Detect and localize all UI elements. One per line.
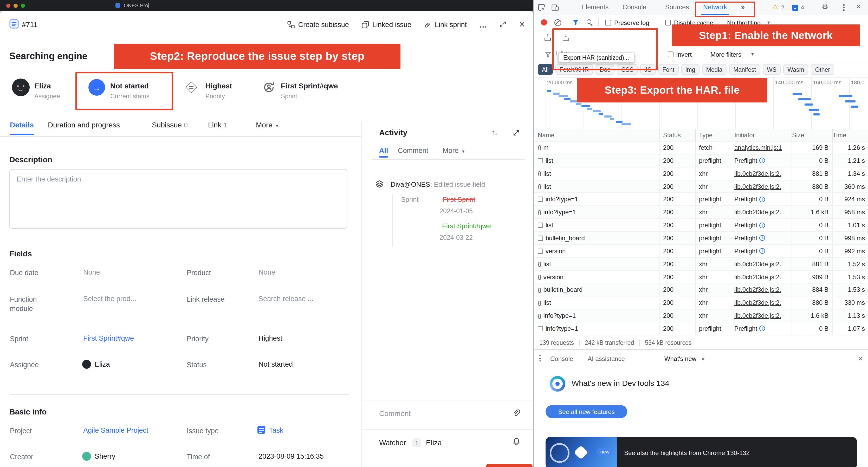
description-input[interactable] [9, 169, 347, 229]
column-header-time[interactable]: Time [833, 129, 868, 141]
field-value-due-date[interactable]: None [83, 268, 100, 276]
network-request-row[interactable]: {}bulletin_board200xhrlib.0cb2f3de.js:2.… [534, 284, 868, 297]
field-value-issue-type[interactable]: Task [269, 427, 283, 434]
network-request-row[interactable]: {}m200fetchanalytics.min.js:1169 B1.26 s [534, 142, 868, 154]
filter-chip-img[interactable]: Img [681, 64, 699, 75]
request-initiator[interactable]: analytics.min.js:1 [734, 144, 782, 151]
network-request-row[interactable]: {}list200xhrlib.0cb2f3de.js:2.880 B360 m… [534, 180, 868, 193]
search-icon[interactable] [587, 19, 591, 24]
info-icon[interactable]: i [759, 222, 765, 228]
devtools-tab-console[interactable]: Console [622, 4, 646, 11]
link-sprint-button[interactable]: Link sprint [424, 21, 467, 28]
tab-duration-progress[interactable]: Duration and progress [48, 121, 120, 129]
expand-activity-icon[interactable] [513, 129, 520, 138]
bell-icon[interactable] [512, 437, 521, 448]
window-zoom-dot[interactable] [21, 4, 25, 8]
info-icon[interactable]: i [759, 326, 765, 332]
network-request-row[interactable]: version200preflightPreflighti0 B992 ms [534, 245, 868, 258]
info-icon[interactable]: i [759, 196, 765, 202]
tab-more[interactable]: More▼ [256, 121, 279, 129]
issues-icon[interactable] [792, 5, 798, 11]
comment-input[interactable]: Comment [379, 409, 411, 417]
see-all-features-button[interactable]: See all new features [546, 405, 627, 418]
devtools-tab-sources[interactable]: Sources [665, 4, 689, 11]
column-header-initiator[interactable]: Initiator [731, 129, 792, 141]
activity-author[interactable]: Diva@ONES: [391, 181, 432, 188]
linked-issue-button[interactable]: Linked issue [362, 21, 411, 28]
network-request-row[interactable]: {}version200xhrlib.0cb2f3de.js:2.909 B1.… [534, 271, 868, 284]
filter-chip-all[interactable]: All [538, 64, 553, 75]
tab-subissue[interactable]: Subissue0 [152, 121, 188, 129]
attachment-icon[interactable] [512, 409, 520, 419]
column-header-size[interactable]: Size [792, 129, 833, 141]
sprint-icon[interactable] [262, 81, 276, 94]
import-har-icon[interactable]: ↑ [544, 33, 551, 40]
column-header-status[interactable]: Status [660, 129, 696, 141]
activity-tab-all[interactable]: All [379, 147, 388, 154]
tab-details[interactable]: Details [10, 121, 34, 129]
close-modal-button[interactable]: × [519, 19, 525, 30]
priority-icon[interactable] [185, 81, 198, 94]
close-drawer-icon[interactable]: × [858, 354, 863, 363]
highlights-card[interactable]: new See also the highlights from Chrome … [546, 437, 857, 467]
drawer-tab-whats-new[interactable]: What's new × [664, 355, 705, 362]
assignee-avatar[interactable] [12, 79, 30, 96]
devtools-tab-elements[interactable]: Elements [582, 4, 609, 11]
network-request-row[interactable]: info?type=1200preflightPreflighti0 B924 … [534, 193, 868, 206]
request-initiator[interactable]: lib.0cb2f3de.js:2. [734, 170, 781, 177]
preserve-log-label[interactable]: Preserve log [614, 19, 649, 27]
request-initiator[interactable]: lib.0cb2f3de.js:2. [734, 312, 781, 319]
network-request-row[interactable]: {}info?type=1200xhrlib.0cb2f3de.js:2.1.6… [534, 309, 868, 322]
sort-icon[interactable]: ↑↓ [492, 128, 497, 136]
field-value-link-release[interactable]: Search release ... [258, 295, 314, 303]
more-actions-button[interactable]: … [479, 20, 487, 29]
filter-chip-wasm[interactable]: Wasm [783, 64, 808, 75]
drawer-kebab-icon[interactable] [539, 355, 541, 362]
info-icon[interactable]: i [759, 158, 765, 163]
more-filters-button[interactable]: More filters [710, 51, 741, 58]
column-header-type[interactable]: Type [696, 129, 731, 141]
request-initiator[interactable]: lib.0cb2f3de.js:2. [734, 286, 781, 293]
network-request-row[interactable]: list200preflightPreflighti0 B1.01 s [534, 219, 868, 232]
disable-cache-checkbox[interactable] [665, 20, 671, 26]
network-request-row[interactable]: {}info?type=1200xhrlib.0cb2f3de.js:2.1.6… [534, 206, 868, 219]
request-initiator[interactable]: lib.0cb2f3de.js:2. [734, 260, 781, 268]
warning-icon[interactable]: ⚠ [772, 3, 778, 10]
network-request-row[interactable]: {}list200xhrlib.0cb2f3de.js:2.880 B330 m… [534, 297, 868, 310]
inspect-icon[interactable] [538, 4, 546, 13]
request-initiator[interactable]: lib.0cb2f3de.js:2. [734, 299, 781, 306]
close-tab-icon[interactable]: × [701, 355, 705, 362]
preserve-log-checkbox[interactable] [606, 20, 611, 26]
record-button[interactable] [541, 19, 547, 26]
filter-chip-font[interactable]: Font [658, 64, 678, 75]
network-request-row[interactable]: info?type=1200preflightPreflighti0 B1.07… [534, 322, 868, 336]
field-value-function-module[interactable]: Select the prod... [83, 295, 136, 303]
field-value-creator[interactable]: Sherry [95, 453, 116, 460]
summary-assignee-name[interactable]: Eliza [34, 82, 51, 90]
gear-icon[interactable]: ⚙ [822, 3, 828, 11]
invert-label[interactable]: Invert [676, 51, 692, 58]
network-request-row[interactable]: bulletin_board200preflightPreflighti0 B9… [534, 232, 868, 245]
column-header-name[interactable]: Name [534, 129, 660, 141]
summary-sprint-name[interactable]: First Sprint#qwe [281, 82, 338, 90]
info-icon[interactable]: i [759, 248, 765, 254]
summary-priority-name[interactable]: Highest [206, 82, 232, 90]
close-devtools-icon[interactable]: × [856, 2, 861, 11]
filter-chip-ws[interactable]: WS [763, 64, 781, 75]
activity-tab-more[interactable]: More▼ [442, 147, 465, 154]
filter-toggle-icon[interactable] [572, 19, 579, 28]
device-toolbar-icon[interactable] [551, 4, 559, 13]
field-value-status[interactable]: Not started [258, 361, 293, 368]
browser-tab-title[interactable]: ONES Proj... [124, 3, 154, 8]
window-minimize-dot[interactable] [13, 4, 18, 8]
network-request-row[interactable]: list200preflightPreflighti0 B1.21 s [534, 154, 868, 167]
window-close-dot[interactable] [6, 4, 10, 8]
field-value-product[interactable]: None [258, 268, 275, 276]
info-icon[interactable]: i [759, 235, 765, 241]
field-value-project-link[interactable]: Agile Sample Project [83, 427, 149, 434]
filter-chip-manifest[interactable]: Manifest [729, 64, 760, 75]
filter-chip-other[interactable]: Other [811, 64, 834, 75]
create-subissue-button[interactable]: Create subissue [287, 21, 349, 28]
watcher-name[interactable]: Eliza [426, 438, 442, 447]
field-value-assignee[interactable]: Eliza [95, 361, 110, 368]
